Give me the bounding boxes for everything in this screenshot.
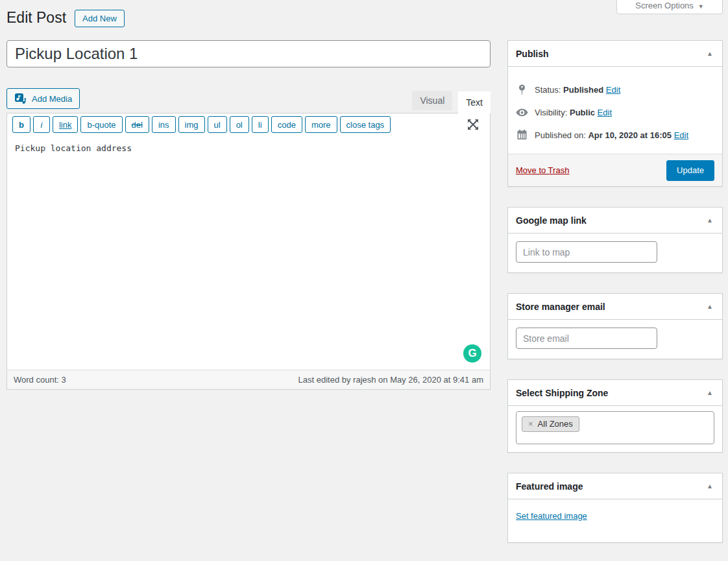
quicktag-code-button[interactable]: code <box>271 116 302 133</box>
status-row: Status: Published Edit <box>516 84 714 95</box>
google-map-link-title: Google map link <box>516 215 587 226</box>
remove-zone-icon[interactable]: × <box>528 419 533 429</box>
quicktag-close-tags-button[interactable]: close tags <box>340 116 391 133</box>
status-edit-link[interactable]: Edit <box>606 85 620 95</box>
add-media-label: Add Media <box>32 94 72 104</box>
visibility-edit-link[interactable]: Edit <box>598 108 612 117</box>
zone-chip-label: All Zones <box>538 419 573 429</box>
collapse-toggle-icon[interactable]: ▲ <box>705 49 714 58</box>
update-button[interactable]: Update <box>666 160 714 181</box>
post-title-input[interactable] <box>6 40 491 67</box>
editor-mode-tabs: Visual Text <box>412 91 491 113</box>
shipping-zone-multiselect[interactable]: × All Zones <box>516 411 714 444</box>
publish-box-header[interactable]: Publish ▲ <box>508 41 722 67</box>
screen-options-label: Screen Options <box>635 1 694 10</box>
published-edit-link[interactable]: Edit <box>674 130 688 140</box>
media-icon <box>14 92 27 105</box>
grammarly-icon[interactable]: G <box>463 344 481 363</box>
publish-box: Publish ▲ Status: Published E <box>507 40 723 187</box>
visibility-row: Visibility: Public Edit <box>516 108 714 117</box>
visibility-text: Visibility: Public Edit <box>535 108 612 117</box>
store-manager-email-box: Store manager email ▲ <box>507 293 723 359</box>
fullscreen-expand-button[interactable] <box>465 117 481 132</box>
store-email-input[interactable] <box>516 328 657 349</box>
tab-text[interactable]: Text <box>458 91 491 113</box>
quicktag-blockquote-button[interactable]: b-quote <box>80 116 122 133</box>
content-area: Edit Post Add New Add Media <box>0 0 728 561</box>
quicktag-del-button[interactable]: del <box>125 116 149 133</box>
shipping-zone-header[interactable]: Select Shipping Zone ▲ <box>508 380 722 406</box>
collapse-toggle-icon[interactable]: ▲ <box>705 388 714 398</box>
quicktag-li-button[interactable]: li <box>252 116 269 133</box>
shipping-zone-box: Select Shipping Zone ▲ × All Zones <box>507 379 723 453</box>
shipping-zone-title: Select Shipping Zone <box>516 388 608 398</box>
shipping-zone-body: × All Zones <box>508 406 722 452</box>
published-on-text: Published on: Apr 10, 2020 at 16:05 Edit <box>535 130 688 140</box>
sidebar: Publish ▲ Status: Published E <box>507 40 723 561</box>
quicktag-ul-button[interactable]: ul <box>208 116 227 133</box>
publish-box-title: Publish <box>516 49 549 59</box>
featured-image-header[interactable]: Featured image ▲ <box>508 473 722 499</box>
google-map-link-body <box>508 233 722 272</box>
quicktag-ins-button[interactable]: ins <box>152 116 176 133</box>
published-on-row: Published on: Apr 10, 2020 at 16:05 Edit <box>516 130 714 140</box>
expand-icon <box>467 123 479 133</box>
chevron-down-icon: ▼ <box>698 3 704 10</box>
quicktag-bold-button[interactable]: b <box>12 116 30 133</box>
quicktag-link-button[interactable]: link <box>53 116 79 133</box>
page-title: Edit Post <box>6 8 66 28</box>
word-count-value: 3 <box>61 375 66 385</box>
google-map-link-box: Google map link ▲ <box>507 207 723 273</box>
store-manager-email-title: Store manager email <box>516 302 605 312</box>
store-manager-email-header[interactable]: Store manager email ▲ <box>508 294 722 320</box>
quicktag-ol-button[interactable]: ol <box>230 116 249 133</box>
quicktag-img-button[interactable]: img <box>178 116 205 133</box>
google-map-link-header[interactable]: Google map link ▲ <box>508 208 722 233</box>
last-edited-text: Last edited by rajesh on May 26, 2020 at… <box>298 375 483 385</box>
editor-body: Pickup location address G <box>7 136 490 370</box>
editor-statusbar: Word count: 3 Last edited by rajesh on M… <box>7 370 490 389</box>
eye-icon <box>516 108 528 117</box>
add-media-button[interactable]: Add Media <box>6 88 80 109</box>
map-link-input[interactable] <box>516 241 657 263</box>
word-count-label: Word count: <box>14 375 59 385</box>
word-count: Word count: 3 <box>14 375 66 385</box>
screen-options-button[interactable]: Screen Options ▼ <box>616 0 723 14</box>
text-editor-container: b i link b-quote del ins img ul ol li co… <box>6 113 491 390</box>
heading-row: Edit Post Add New <box>6 8 491 29</box>
add-new-button[interactable]: Add New <box>75 10 125 27</box>
zone-chip: × All Zones <box>522 416 579 432</box>
quicktag-italic-button[interactable]: i <box>33 116 50 133</box>
featured-image-title: Featured image <box>516 481 583 492</box>
main-column: Edit Post Add New Add Media <box>6 8 491 390</box>
quicktags-toolbar: b i link b-quote del ins img ul ol li co… <box>7 113 490 136</box>
pin-icon <box>516 84 528 95</box>
quicktag-more-button[interactable]: more <box>305 116 337 133</box>
move-to-trash-link[interactable]: Move to Trash <box>516 165 569 175</box>
featured-image-body: Set featured image <box>508 499 722 542</box>
status-text: Status: Published Edit <box>535 85 620 95</box>
tab-visual[interactable]: Visual <box>412 91 452 110</box>
collapse-toggle-icon[interactable]: ▲ <box>705 215 714 225</box>
featured-image-box: Featured image ▲ Set featured image <box>507 473 723 543</box>
publish-rows: Status: Published Edit Visibili <box>508 67 722 154</box>
set-featured-image-link[interactable]: Set featured image <box>516 511 587 521</box>
post-content-textarea[interactable]: Pickup location address <box>7 136 490 370</box>
store-manager-email-body <box>508 320 722 359</box>
editor-header: Add Media Visual Text <box>6 88 491 113</box>
collapse-toggle-icon[interactable]: ▲ <box>705 302 714 311</box>
publish-footer: Move to Trash Update <box>508 154 722 186</box>
calendar-icon <box>516 130 528 140</box>
collapse-toggle-icon[interactable]: ▲ <box>705 481 714 491</box>
